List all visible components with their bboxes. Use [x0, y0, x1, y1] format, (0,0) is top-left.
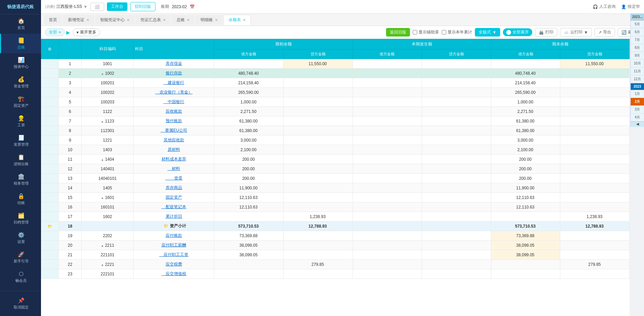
month-item-12[interactable]: 12月 [631, 75, 644, 83]
row-no: 23 [58, 269, 82, 279]
month-item-jan[interactable]: 1月 [631, 90, 644, 98]
end-credit-cell [560, 174, 630, 183]
tab-detail[interactable]: 明细账 ✕ [195, 15, 223, 25]
print-btn[interactable]: 🖨️ 打印 [535, 28, 557, 37]
curr-credit-header: 贷方金额 [422, 49, 491, 59]
month-item-9[interactable]: 9月 [631, 52, 644, 60]
row-name[interactable]: 📁 资产小计 [134, 221, 214, 231]
tab-home[interactable]: 首页 [44, 15, 62, 25]
row-name[interactable]: 中国银行 [134, 97, 214, 107]
row-name[interactable]: 库存商品 [134, 183, 214, 193]
row-name[interactable]: 应付职工薪酬 [134, 241, 214, 250]
month-item-7[interactable]: 7月 [631, 36, 644, 44]
row-no: 13 [58, 174, 82, 183]
tab-detail-close[interactable]: ✕ [215, 18, 218, 22]
month-item-apr[interactable]: 4月 [631, 114, 644, 121]
show-aux-checkbox-label[interactable]: 显示辅助算 [413, 29, 439, 35]
sidebar-item-member[interactable]: ⬡ 畅会员 [0, 267, 41, 287]
row-name[interactable]: 累计折旧 [134, 212, 214, 221]
expand-btn[interactable]: ▾ 展开更多 [73, 28, 100, 36]
sidebar-item-closing[interactable]: 🔒 结账 [0, 189, 41, 209]
month-item-11[interactable]: 11月 [631, 68, 644, 75]
sidebar-item-settings[interactable]: ⚙️ 设置 [0, 228, 41, 248]
row-name[interactable]: 应交税费 [134, 260, 214, 269]
workbench-button[interactable]: 工作台 [107, 2, 127, 11]
sidebar-item-reports[interactable]: 📊 报表中心 [0, 53, 41, 73]
month-item-10[interactable]: 10月 [631, 60, 644, 68]
sidebar-item-archive[interactable]: 🗂️ 归档管理 [0, 209, 41, 228]
sidebar-item-home[interactable]: 🏠 首页 [0, 14, 41, 34]
row-settings [41, 145, 59, 155]
filter-tag[interactable]: 全部 ✕ [45, 28, 65, 36]
month-item-mar[interactable]: 3月 [631, 106, 644, 114]
month-item-5[interactable]: 5月 [631, 20, 644, 28]
cloud-print-btn[interactable]: ☁️ 云打印 ▼ [560, 28, 592, 37]
sidebar-item-sales[interactable]: 📋 进销台账 [0, 150, 41, 170]
sidebar-label-invoice: 发票管理 [14, 142, 29, 147]
end-debit-cell: 214,158.40 [491, 78, 560, 88]
row-name[interactable]: 其他应收款 [134, 135, 214, 145]
sidebar-label-home: 首页 [17, 25, 25, 30]
sidebar-item-salary[interactable]: 👷 工资 [0, 112, 41, 131]
row-name[interactable]: 预付账款 [134, 116, 214, 126]
user-menu[interactable]: 👤 徐淀华 [621, 4, 640, 10]
tab-voucher-summary-close[interactable]: ✕ [163, 18, 166, 22]
begin-credit-cell [284, 269, 353, 279]
return-old-btn[interactable]: 返回旧版 [386, 28, 410, 37]
row-name[interactable]: 固定资产 [134, 193, 214, 202]
format-btn[interactable]: 全版式 ▼ [475, 28, 500, 37]
sidebar-item-capital[interactable]: 💰 资金管理 [0, 73, 41, 92]
row-name[interactable]: 赛属EU公司 [134, 126, 214, 135]
show-aux-checkbox[interactable] [413, 30, 417, 34]
row-name[interactable]: 原材料 [134, 145, 214, 155]
tab-new-voucher[interactable]: 新增凭证 ✕ [63, 15, 94, 25]
sidebar-item-unpin[interactable]: 📌 取消固定 [0, 294, 41, 313]
row-name[interactable]: 银行存款 [134, 69, 214, 78]
begin-credit-cell: 12,788.93 [284, 221, 353, 231]
row-name[interactable]: 农业银行（美金） [134, 88, 214, 97]
row-name[interactable]: 壹蛋 [134, 174, 214, 183]
row-name[interactable]: 建设银行 [134, 78, 214, 88]
month-item-8[interactable]: 8月 [631, 44, 644, 52]
tab-smart-voucher-close[interactable]: ✕ [127, 18, 129, 22]
filter-tag-close[interactable]: ✕ [58, 30, 61, 34]
tab-ledger-close[interactable]: ✕ [187, 18, 190, 22]
settings-header[interactable]: ⚙ [41, 39, 59, 59]
sidebar-item-assets[interactable]: 🏗️ 固定资产 [0, 92, 41, 112]
month-item-feb[interactable]: 2月 [631, 98, 644, 106]
row-name[interactable]: 应收账款 [134, 107, 214, 116]
company-selector[interactable]: (勿删) 江西股坐-LSS ▼ [45, 4, 87, 10]
expand-right-sidebar[interactable]: ◀ [631, 121, 644, 127]
row-name[interactable]: 库存现金 [134, 59, 214, 69]
table-row: 91221其他应收款3,000.003,000.00 [41, 135, 630, 145]
show-ytd-checkbox-label[interactable]: 显示本年累计 [442, 29, 472, 35]
row-settings [41, 59, 59, 69]
row-name[interactable]: 材料成本差异 [134, 155, 214, 164]
sidebar-item-ledger[interactable]: 📒 总账 [0, 34, 41, 53]
tab-balance-close[interactable]: ✕ [243, 18, 246, 22]
tab-balance[interactable]: 余额表 ✕ [223, 15, 251, 25]
row-name[interactable]: 配提笔记本 [134, 202, 214, 212]
tab-ledger[interactable]: 总账 ✕ [172, 15, 195, 25]
sidebar-item-tax[interactable]: 🏛️ 税务管理 [0, 170, 41, 189]
copy-button[interactable]: ⬜ [90, 3, 104, 11]
row-name[interactable]: 应付职工工资 [134, 250, 214, 260]
export-btn[interactable]: ↗ 导出 [594, 28, 615, 37]
consult-button[interactable]: 🎧 人工咨询 [593, 4, 616, 10]
row-name[interactable]: 材料 [134, 164, 214, 174]
tab-smart-voucher[interactable]: 智能凭证中心 ✕ [95, 15, 135, 25]
sidebar-item-invoice[interactable]: 🧾 发票管理 [0, 131, 41, 150]
calendar-icon[interactable]: 📅 [190, 4, 195, 9]
show-ytd-checkbox[interactable] [442, 30, 446, 34]
end-credit-cell [560, 126, 630, 135]
switch-version-button[interactable]: 切到旧版 [130, 2, 155, 11]
tab-voucher-summary[interactable]: 凭证汇总表 ✕ [135, 15, 171, 25]
expand-all-toggle[interactable]: 全部展开 [503, 28, 532, 36]
row-name[interactable]: 应交增值税 [134, 269, 214, 279]
row-code: 1122 [82, 107, 134, 116]
tab-new-voucher-close[interactable]: ✕ [86, 18, 89, 22]
sidebar-item-guide[interactable]: 🚀 新手引导 [0, 248, 41, 267]
row-name[interactable]: 应付账款 [134, 231, 214, 241]
row-code: 1001 [82, 59, 134, 69]
month-item-6[interactable]: 6月 [631, 28, 644, 36]
